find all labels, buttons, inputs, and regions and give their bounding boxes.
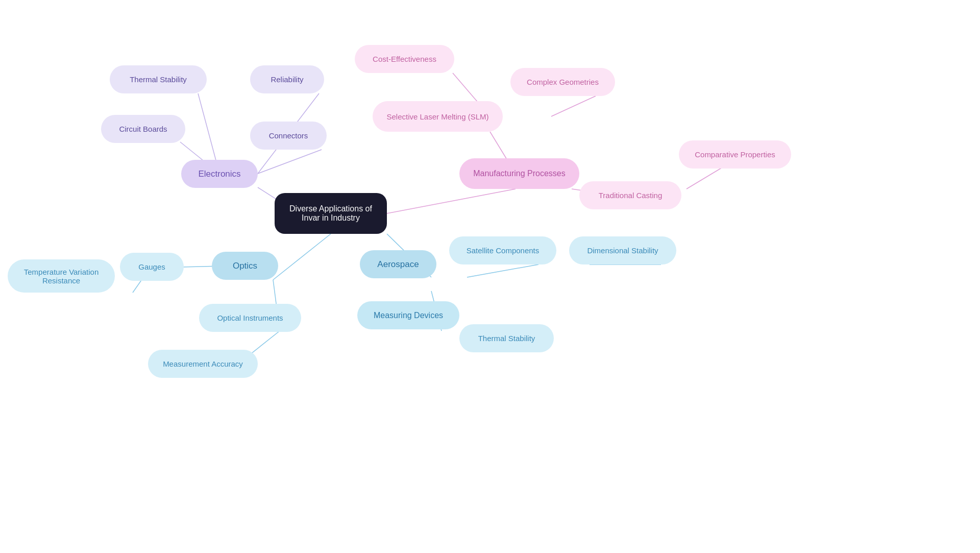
- connectors-node[interactable]: Connectors: [250, 122, 327, 150]
- measurement-accuracy-node[interactable]: Measurement Accuracy: [148, 350, 258, 378]
- reliability-node[interactable]: Reliability: [250, 65, 324, 93]
- svg-line-17: [467, 265, 538, 277]
- complex-geometries-node[interactable]: Complex Geometries: [510, 68, 615, 96]
- measuring-devices-node[interactable]: Measuring Devices: [357, 301, 459, 329]
- electronics-node[interactable]: Electronics: [181, 160, 258, 188]
- slm-node[interactable]: Selective Laser Melting (SLM): [373, 101, 503, 132]
- comparative-properties-node[interactable]: Comparative Properties: [679, 140, 791, 169]
- svg-line-5: [387, 189, 516, 213]
- temp-variation-node[interactable]: Temperature Variation Resistance: [8, 259, 115, 293]
- cost-effectiveness-node[interactable]: Cost-Effectiveness: [355, 45, 454, 73]
- traditional-casting-node[interactable]: Traditional Casting: [579, 181, 681, 209]
- optical-instruments-node[interactable]: Optical Instruments: [199, 304, 301, 332]
- satellite-components-node[interactable]: Satellite Components: [449, 236, 556, 265]
- svg-line-11: [273, 234, 331, 280]
- circuit-boards-node[interactable]: Circuit Boards: [101, 115, 185, 143]
- svg-line-8: [551, 96, 596, 116]
- svg-line-4: [258, 150, 322, 174]
- center-node[interactable]: Diverse Applications of Invar in Industr…: [275, 193, 387, 234]
- thermal-stability-2-node[interactable]: Thermal Stability: [459, 324, 554, 352]
- manufacturing-node[interactable]: Manufacturing Processes: [459, 158, 579, 189]
- gauges-node[interactable]: Gauges: [120, 253, 184, 281]
- dimensional-stability-node[interactable]: Dimensional Stability: [569, 236, 676, 265]
- aerospace-node[interactable]: Aerospace: [360, 250, 436, 278]
- optics-node[interactable]: Optics: [212, 252, 278, 280]
- thermal-stability-1-node[interactable]: Thermal Stability: [110, 65, 207, 93]
